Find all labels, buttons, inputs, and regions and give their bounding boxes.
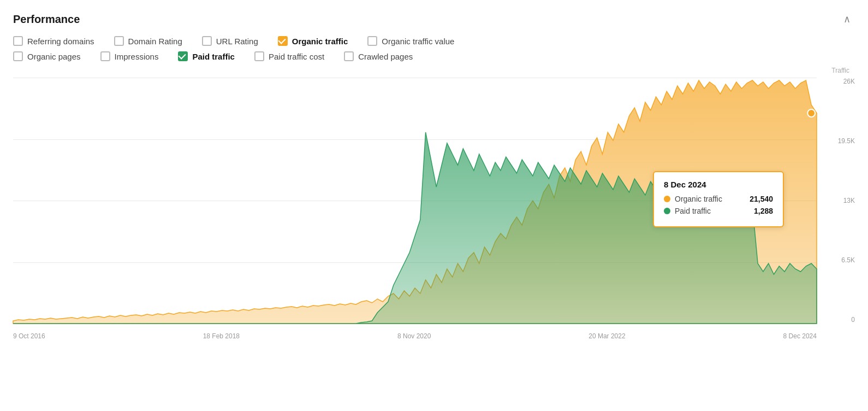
y-label-0: 0 — [851, 316, 855, 324]
checkbox-organic-traffic-value[interactable] — [367, 36, 377, 46]
checkbox-organic-traffic[interactable] — [278, 36, 288, 46]
tooltip-organic-dot — [664, 196, 670, 202]
chart-area: Traffic 26K 19.5K 13K 6.5K 0 — [13, 67, 855, 345]
checkbox-paid-traffic[interactable] — [178, 51, 188, 61]
checkbox-label-referring-domains: Referring domains — [27, 37, 94, 46]
checkbox-item-domain-rating[interactable]: Domain Rating — [114, 36, 182, 46]
y-axis-labels: 26K 19.5K 13K 6.5K 0 — [822, 78, 855, 324]
y-label-65k: 6.5K — [841, 256, 855, 264]
tooltip-date: 8 Dec 2024 — [664, 180, 773, 189]
checkbox-referring-domains[interactable] — [13, 36, 23, 46]
checkbox-item-paid-traffic[interactable]: Paid traffic — [178, 51, 235, 61]
y-label-13k: 13K — [843, 197, 855, 204]
checkbox-label-organic-traffic-value: Organic traffic value — [382, 37, 454, 46]
checkbox-label-paid-traffic: Paid traffic — [192, 52, 235, 61]
checkbox-impressions[interactable] — [100, 51, 110, 61]
checkbox-item-referring-domains[interactable]: Referring domains — [13, 36, 94, 46]
x-axis-labels: 9 Oct 2016 18 Feb 2018 8 Nov 2020 20 Mar… — [13, 332, 817, 340]
x-label-2022: 20 Mar 2022 — [588, 332, 625, 340]
checkbox-paid-traffic-cost[interactable] — [254, 51, 264, 61]
panel-header: Performance ∧ — [13, 11, 855, 27]
tooltip-organic-row: Organic traffic 21,540 — [664, 195, 773, 203]
tooltip-organic-value: 21,540 — [750, 195, 773, 203]
x-label-2020: 8 Nov 2020 — [397, 332, 431, 340]
checkbox-organic-pages[interactable] — [13, 51, 23, 61]
checkbox-item-organic-traffic[interactable]: Organic traffic — [278, 36, 348, 46]
checkbox-label-crawled-pages: Crawled pages — [358, 52, 413, 61]
checkbox-label-domain-rating: Domain Rating — [128, 37, 182, 46]
checkbox-crawled-pages[interactable] — [344, 51, 354, 61]
checkbox-item-impressions[interactable]: Impressions — [100, 51, 159, 61]
tooltip-paid-dot — [664, 208, 670, 214]
checkbox-label-paid-traffic-cost: Paid traffic cost — [269, 52, 324, 61]
tooltip-organic-label: Organic traffic — [675, 195, 734, 203]
checkbox-url-rating[interactable] — [202, 36, 212, 46]
checkbox-item-organic-pages[interactable]: Organic pages — [13, 51, 81, 61]
collapse-button[interactable]: ∧ — [839, 11, 855, 27]
y-label-26k: 26K — [843, 78, 855, 85]
chart-tooltip: 8 Dec 2024 Organic traffic 21,540 Paid t… — [653, 171, 784, 227]
tooltip-paid-value: 1,288 — [754, 207, 773, 215]
checkbox-label-organic-pages: Organic pages — [27, 52, 81, 61]
checkbox-item-url-rating[interactable]: URL Rating — [202, 36, 258, 46]
checkbox-row-2: Organic pages Impressions Paid traffic P… — [13, 51, 855, 61]
checkbox-item-organic-traffic-value[interactable]: Organic traffic value — [367, 36, 454, 46]
checkbox-label-organic-traffic: Organic traffic — [292, 37, 348, 46]
performance-panel: Performance ∧ Referring domains Domain R… — [0, 0, 868, 351]
checkbox-row-1: Referring domains Domain Rating URL Rati… — [13, 36, 855, 46]
x-label-2016: 9 Oct 2016 — [13, 332, 45, 340]
checkbox-domain-rating[interactable] — [114, 36, 124, 46]
chart-inner: 9 Oct 2016 18 Feb 2018 8 Nov 2020 20 Mar… — [13, 78, 817, 324]
x-label-2018: 18 Feb 2018 — [203, 332, 240, 340]
y-label-195k: 19.5K — [838, 137, 855, 145]
tooltip-paid-row: Paid traffic 1,288 — [664, 207, 773, 215]
panel-title: Performance — [13, 13, 80, 26]
checkbox-label-url-rating: URL Rating — [216, 37, 258, 46]
checkbox-item-paid-traffic-cost[interactable]: Paid traffic cost — [254, 51, 324, 61]
organic-point — [807, 109, 815, 117]
tooltip-paid-label: Paid traffic — [675, 207, 739, 215]
checkbox-item-crawled-pages[interactable]: Crawled pages — [344, 51, 413, 61]
y-axis-title: Traffic — [831, 67, 849, 74]
x-label-2024: 8 Dec 2024 — [783, 332, 817, 340]
checkbox-label-impressions: Impressions — [115, 52, 159, 61]
